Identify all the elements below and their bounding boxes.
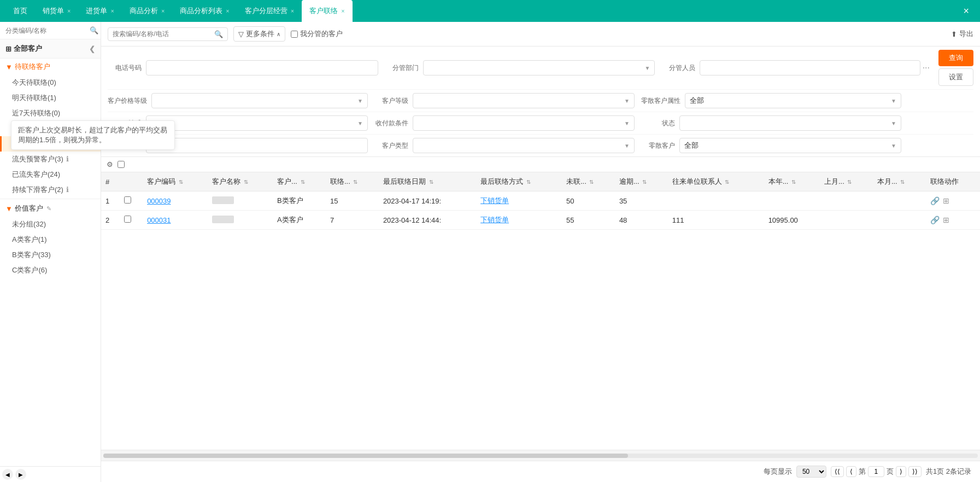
- filter-customer-type-select[interactable]: ▼: [413, 138, 635, 153]
- per-page-label: 每页显示: [764, 467, 792, 477]
- filter-customer-grade-label: 客户等级: [374, 96, 413, 106]
- cell-code-2[interactable]: 000031: [143, 211, 208, 230]
- set-button[interactable]: 设置: [938, 68, 973, 86]
- filter-search-icon[interactable]: 🔍: [214, 30, 223, 38]
- sidebar-item-a-class[interactable]: A类客户(1): [0, 232, 101, 247]
- cell-method-2[interactable]: 下销货单: [476, 211, 562, 230]
- sidebar-collapse-icon[interactable]: ❮: [89, 45, 95, 53]
- row1-checkbox[interactable]: [124, 196, 131, 204]
- filter-dept-select[interactable]: ▼: [423, 60, 655, 76]
- sidebar-item-tomorrow-pending[interactable]: 明天待联络(1): [0, 90, 101, 106]
- query-button[interactable]: 查询: [938, 50, 973, 66]
- tab-home[interactable]: 首页: [5, 0, 35, 22]
- action-grid-icon-2[interactable]: ⊞: [943, 216, 949, 224]
- tab-purchase[interactable]: 进货单 ×: [78, 0, 121, 22]
- filter-manager-ellipsis[interactable]: ···: [920, 63, 932, 73]
- page-next-button[interactable]: ⟩: [896, 466, 906, 477]
- action-grid-icon-1[interactable]: ⊞: [943, 196, 949, 205]
- filter-nature-select[interactable]: ▼: [146, 115, 368, 131]
- sidebar-search-input[interactable]: [5, 27, 87, 34]
- col-contacts-sort[interactable]: ⇅: [725, 179, 729, 185]
- tab-product-analysis-list-close[interactable]: ×: [226, 8, 229, 14]
- sidebar-item-c-class[interactable]: C类客户(6): [0, 263, 101, 278]
- filter-payment-caret: ▼: [624, 120, 630, 126]
- cell-method-1[interactable]: 下销货单: [476, 191, 562, 211]
- filter-customer-grade-select[interactable]: ▼: [413, 93, 635, 108]
- filter-manager-input[interactable]: [700, 60, 920, 76]
- filter-phone: 电话号码: [108, 60, 378, 76]
- cell-last-month-1: [820, 191, 873, 211]
- filter-retail-attr-select[interactable]: 全部 ▼: [685, 93, 901, 108]
- col-code-sort[interactable]: ⇅: [179, 179, 183, 185]
- row2-checkbox[interactable]: [124, 216, 131, 223]
- sidebar-item-churned[interactable]: 已流失客户(24): [0, 167, 101, 182]
- tab-product-analysis[interactable]: 商品分析 ×: [122, 0, 172, 22]
- tab-sales[interactable]: 销货单 ×: [35, 0, 78, 22]
- sidebar-item-7day-pending[interactable]: 近7天待联络(0): [0, 106, 101, 121]
- tab-customer-contact-close[interactable]: ×: [341, 8, 344, 14]
- filter-payment-select[interactable]: ▼: [413, 115, 635, 131]
- filter-ellipsis-input[interactable]: [146, 138, 368, 153]
- tab-purchase-close[interactable]: ×: [110, 8, 114, 14]
- sidebar: 🔍 ⊞ 全部客户 ❮ ▼ 待联络客户 今天待联络(0) 明天待联络(1) 近7天…: [0, 22, 101, 482]
- col-check: [120, 172, 143, 191]
- sidebar-search-icon[interactable]: 🔍: [90, 26, 98, 34]
- page-last-button[interactable]: ⟩⟩: [908, 466, 922, 477]
- per-page-select[interactable]: 50 20 100: [796, 466, 826, 478]
- col-date-sort[interactable]: ⇅: [429, 179, 433, 185]
- page-prev-button[interactable]: ⟨: [846, 466, 856, 477]
- col-type-sort[interactable]: ⇅: [301, 179, 305, 185]
- page-number-input[interactable]: [868, 466, 884, 477]
- table-settings-icon[interactable]: ⚙: [107, 160, 113, 169]
- select-all-checkbox[interactable]: [118, 161, 125, 168]
- page-first-button[interactable]: ⟨⟨: [831, 466, 844, 477]
- tab-customer-tier[interactable]: 客户分层经营 ×: [237, 0, 302, 22]
- tooltip-text: 距客户上次交易时长，超过了此客户的平均交易周期的1.5倍，则视为异常。: [18, 126, 101, 144]
- sidebar-nav-right[interactable]: ▶: [15, 469, 26, 480]
- sidebar-item-today-pending[interactable]: 今天待联络(0): [0, 75, 101, 90]
- filter-nature-caret: ▼: [357, 120, 363, 126]
- sidebar-group-pending[interactable]: ▼ 待联络客户: [0, 59, 101, 75]
- sidebar-all-customers[interactable]: ⊞ 全部客户 ❮: [0, 39, 101, 59]
- tab-customer-tier-close[interactable]: ×: [291, 8, 294, 14]
- sidebar-item-churn-warning[interactable]: 流失预警客户(3) ℹ: [0, 152, 101, 167]
- filter-status-select[interactable]: ▼: [679, 115, 901, 131]
- sidebar-bottom-nav: ◀ ▶: [0, 466, 101, 482]
- filter-phone-input[interactable]: [146, 60, 378, 76]
- tab-sales-close[interactable]: ×: [67, 8, 71, 14]
- action-link-icon-1[interactable]: 🔗: [930, 196, 940, 205]
- col-this-month-sort[interactable]: ⇅: [900, 179, 905, 185]
- filter-price-grade-select[interactable]: ▼: [151, 93, 368, 108]
- col-last-month-sort[interactable]: ⇅: [847, 179, 852, 185]
- horizontal-scrollbar[interactable]: [101, 450, 980, 461]
- main-layout: 🔍 ⊞ 全部客户 ❮ ▼ 待联络客户 今天待联络(0) 明天待联络(1) 近7天…: [0, 22, 980, 482]
- cell-action-1: 🔗 ⊞: [926, 191, 980, 211]
- col-contact-sort[interactable]: ⇅: [353, 179, 357, 185]
- tab-customer-contact[interactable]: 客户联络 ×: [302, 0, 352, 22]
- cell-code-1[interactable]: 000039: [143, 191, 208, 211]
- sidebar-item-ungroup[interactable]: 未分组(32): [0, 217, 101, 232]
- col-overdue-sort[interactable]: ⇅: [642, 179, 647, 185]
- more-filters-button[interactable]: ▽ 更多条件 ∧: [233, 26, 285, 42]
- col-no-contact-sort[interactable]: ⇅: [589, 179, 594, 185]
- edit-icon[interactable]: ✎: [46, 205, 51, 212]
- sidebar-nav-left[interactable]: ◀: [2, 469, 13, 480]
- sidebar-item-b-class[interactable]: B类客户(33): [0, 247, 101, 263]
- cell-contacts-2: 111: [668, 211, 764, 230]
- my-customer-checkbox[interactable]: [291, 31, 298, 38]
- col-name-sort[interactable]: ⇅: [244, 179, 248, 185]
- col-method-sort[interactable]: ⇅: [526, 179, 531, 185]
- window-close-button[interactable]: ×: [958, 5, 975, 17]
- tab-product-analysis-close[interactable]: ×: [161, 8, 165, 14]
- cell-this-month-2: [873, 211, 926, 230]
- filter-search-input[interactable]: [113, 30, 211, 38]
- sidebar-item-declining[interactable]: 持续下滑客户(2) ℹ: [0, 182, 101, 198]
- col-this-year-sort[interactable]: ⇅: [791, 179, 796, 185]
- filter-retail-customer-select[interactable]: 全部 ▼: [679, 138, 901, 153]
- action-link-icon-2[interactable]: 🔗: [930, 216, 940, 224]
- export-button[interactable]: ⬆ 导出: [951, 29, 973, 39]
- scrollbar-thumb[interactable]: [103, 454, 628, 458]
- sidebar-item-c-class-label: C类客户(6): [12, 266, 47, 274]
- tab-product-analysis-list[interactable]: 商品分析列表 ×: [172, 0, 237, 22]
- sidebar-group-value[interactable]: ▼ 价值客户 ✎: [0, 200, 101, 217]
